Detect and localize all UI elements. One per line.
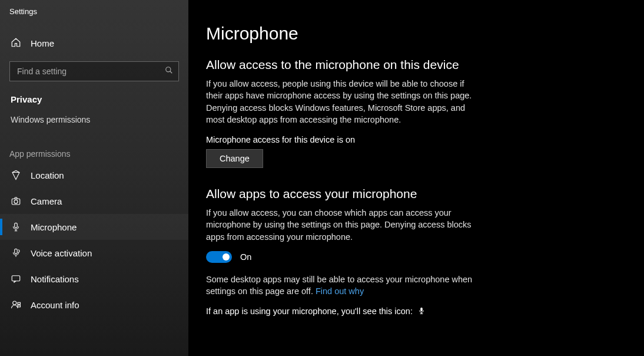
section1-body: If you allow access, people using this d… [206,78,483,126]
desktop-apps-note: Some desktop apps may still be able to a… [206,273,483,298]
section2-body: If you allow access, you can choose whic… [206,207,483,243]
search-input[interactable] [9,61,179,81]
sidebar-item-voice-activation[interactable]: Voice activation [0,240,188,266]
voice-icon [11,248,21,258]
subcategory-link[interactable]: Windows permissions [0,109,188,130]
svg-line-1 [170,71,172,74]
toggle-knob [223,253,230,261]
svg-point-3 [14,200,18,203]
sidebar-item-notifications[interactable]: Notifications [0,266,188,292]
sidebar-item-account-info[interactable]: Account info [0,292,188,318]
sidebar-item-label: Account info [31,300,79,310]
group-label: App permissions [0,136,188,162]
sidebar-item-microphone[interactable]: Microphone [0,214,188,240]
section1-heading: Allow access to the microphone on this d… [206,58,626,72]
device-access-status: Microphone access for this device is on [206,135,626,144]
camera-icon [11,196,21,206]
home-button[interactable]: Home [0,30,188,57]
sidebar-item-label: Location [31,170,64,180]
svg-rect-12 [420,313,423,314]
window-title: Settings [0,0,188,22]
search-icon [165,66,173,77]
svg-rect-10 [420,307,423,311]
toggle-state-label: On [240,252,251,262]
sidebar-item-label: Camera [31,196,62,206]
change-button[interactable]: Change [206,149,263,168]
microphone-icon [11,222,21,232]
find-out-why-link[interactable]: Find out why [316,286,364,296]
svg-rect-9 [18,305,21,307]
category-header: Privacy [0,86,188,109]
search-wrap [9,61,179,81]
home-icon [11,37,21,50]
apps-access-toggle[interactable] [206,251,232,263]
svg-point-0 [166,67,171,72]
sidebar-item-location[interactable]: Location [0,162,188,188]
sidebar: Settings Home Privacy Windows permission… [0,0,188,356]
location-icon [11,170,21,180]
svg-rect-8 [18,302,21,304]
sidebar-item-label: Microphone [31,222,77,232]
sidebar-item-label: Notifications [31,274,79,284]
svg-point-7 [13,301,16,305]
notifications-icon [11,273,21,284]
microphone-status-icon [417,306,426,317]
svg-rect-6 [12,276,20,281]
sidebar-item-camera[interactable]: Camera [0,188,188,214]
section2-heading: Allow apps to access your microphone [206,187,626,201]
sidebar-item-label: Voice activation [31,248,92,258]
mic-icon-line: If an app is using your microphone, you'… [206,306,626,317]
main-content: Microphone Allow access to the microphon… [188,0,644,356]
svg-rect-5 [15,249,18,253]
mic-icon-text: If an app is using your microphone, you'… [206,306,413,316]
apps-access-toggle-row: On [206,251,626,263]
home-label: Home [31,38,54,48]
page-title: Microphone [206,24,626,44]
account-icon [11,299,21,310]
svg-rect-4 [15,223,18,228]
